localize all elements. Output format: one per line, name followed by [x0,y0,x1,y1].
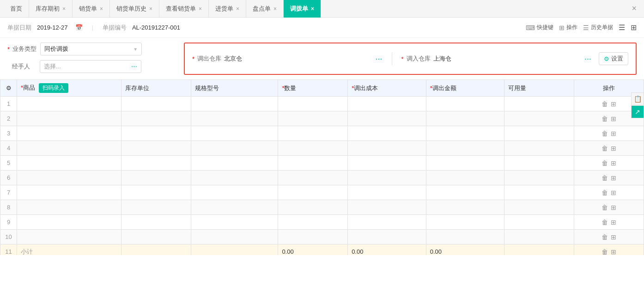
tab-view-sales[interactable]: 查看销货单 × [159,0,209,18]
tab-inventory-init[interactable]: 库存期初 × [29,0,73,18]
tab-purchase-order[interactable]: 进货单 × [209,0,246,18]
delete-icon-5[interactable]: 🗑 [601,159,608,167]
cell-qty-6[interactable] [278,171,348,185]
cell-qty-2[interactable] [278,111,348,126]
delete-icon-6[interactable]: 🗑 [601,174,608,182]
cell-unit-5[interactable] [122,156,191,171]
cell-available-3[interactable] [504,126,574,141]
cell-amount-3[interactable] [426,126,504,141]
cell-available-6[interactable] [504,171,574,185]
calendar-icon[interactable]: 📅 [75,24,83,31]
grid-view-btn[interactable]: ⊞ [631,23,637,32]
copy-icon-5[interactable]: ⊞ [611,159,616,167]
cell-amount-6[interactable] [426,171,504,185]
cell-spec-1[interactable] [191,97,278,111]
cell-cost-7[interactable] [348,185,426,200]
cell-available-8[interactable] [504,200,574,215]
cell-unit-6[interactable] [122,171,191,185]
warehouse-in-dots[interactable]: ··· [584,54,591,64]
delete-icon-2[interactable]: 🗑 [601,115,608,122]
tab-close-sales-order[interactable]: × [100,6,103,12]
cell-available-2[interactable] [504,111,574,126]
cell-amount-4[interactable] [426,141,504,156]
delete-icon-9[interactable]: 🗑 [601,219,608,226]
side-note-btn[interactable]: 📋 [631,92,644,105]
cell-unit-4[interactable] [122,141,191,156]
col-gear[interactable]: ⚙ [0,80,17,97]
cell-cost-1[interactable] [348,97,426,111]
cell-unit-7[interactable] [122,185,191,200]
cell-amount-10[interactable] [426,230,504,244]
delete-icon-1[interactable]: 🗑 [601,100,608,108]
cell-amount-9[interactable] [426,215,504,230]
cell-spec-7[interactable] [191,185,278,200]
tab-transfer-order[interactable]: 调拨单 × [284,0,321,18]
copy-icon-2[interactable]: ⊞ [611,115,616,122]
cell-unit-10[interactable] [122,230,191,244]
history-btn[interactable]: ☰ 历史单据 [583,24,613,31]
cell-qty-4[interactable] [278,141,348,156]
gear-icon[interactable]: ⚙ [6,85,12,92]
copy-icon-3[interactable]: ⊞ [611,130,616,137]
cell-cost-10[interactable] [348,230,426,244]
delete-icon-4[interactable]: 🗑 [601,145,608,152]
cell-spec-5[interactable] [191,156,278,171]
cell-available-5[interactable] [504,156,574,171]
cell-product-5[interactable] [17,156,122,171]
cell-amount-7[interactable] [426,185,504,200]
delete-icon-7[interactable]: 🗑 [601,189,608,196]
copy-icon-4[interactable]: ⊞ [611,145,616,152]
cell-cost-3[interactable] [348,126,426,141]
tab-close-view-sales[interactable]: × [199,6,202,12]
settings-btn[interactable]: ⚙ 设置 [599,52,628,65]
window-close-button[interactable]: × [628,4,640,13]
cell-spec-2[interactable] [191,111,278,126]
cell-available-10[interactable] [504,230,574,244]
scan-button[interactable]: 扫码录入 [39,83,68,93]
tab-sales-history[interactable]: 销货单历史 × [110,0,159,18]
tab-close-transfer-order[interactable]: × [311,6,314,12]
cell-qty-8[interactable] [278,200,348,215]
cell-amount-8[interactable] [426,200,504,215]
copy-icon-11[interactable]: ⊞ [611,248,616,256]
manager-input[interactable]: 选择... ··· [40,60,141,73]
cell-amount-2[interactable] [426,111,504,126]
cell-product-7[interactable] [17,185,122,200]
cell-product-6[interactable] [17,171,122,185]
delete-icon-10[interactable]: 🗑 [601,233,608,241]
cell-product-4[interactable] [17,141,122,156]
cell-qty-9[interactable] [278,215,348,230]
cell-spec-9[interactable] [191,215,278,230]
cell-spec-8[interactable] [191,200,278,215]
cell-product-1[interactable] [17,97,122,111]
cell-amount-1[interactable] [426,97,504,111]
tab-sales-order[interactable]: 销货单 × [73,0,110,18]
manager-dots[interactable]: ··· [131,62,137,71]
copy-icon-6[interactable]: ⊞ [611,174,616,182]
cell-spec-3[interactable] [191,126,278,141]
cell-cost-6[interactable] [348,171,426,185]
cell-available-9[interactable] [504,215,574,230]
cell-qty-10[interactable] [278,230,348,244]
copy-icon-8[interactable]: ⊞ [611,204,616,211]
cell-spec-6[interactable] [191,171,278,185]
cell-unit-8[interactable] [122,200,191,215]
tab-close-inventory-init[interactable]: × [62,6,66,12]
delete-icon-3[interactable]: 🗑 [601,130,608,137]
cell-available-1[interactable] [504,97,574,111]
warehouse-out-dots[interactable]: ··· [375,54,382,64]
operation-btn[interactable]: ⊞ 操作 [559,24,577,31]
business-type-input[interactable]: 同价调拨 ▼ [40,43,142,55]
cell-available-4[interactable] [504,141,574,156]
cell-cost-4[interactable] [348,141,426,156]
cell-qty-5[interactable] [278,156,348,171]
cell-product-8[interactable] [17,200,122,215]
delete-icon-8[interactable]: 🗑 [601,204,608,211]
side-export-btn[interactable]: ↗ [631,105,644,118]
copy-icon-10[interactable]: ⊞ [611,233,616,241]
delete-icon-11[interactable]: 🗑 [601,248,608,256]
list-view-btn[interactable]: ☰ [619,23,625,32]
cell-cost-2[interactable] [348,111,426,126]
shortcut-btn[interactable]: ⌨ 快捷键 [526,24,553,31]
cell-product-9[interactable] [17,215,122,230]
